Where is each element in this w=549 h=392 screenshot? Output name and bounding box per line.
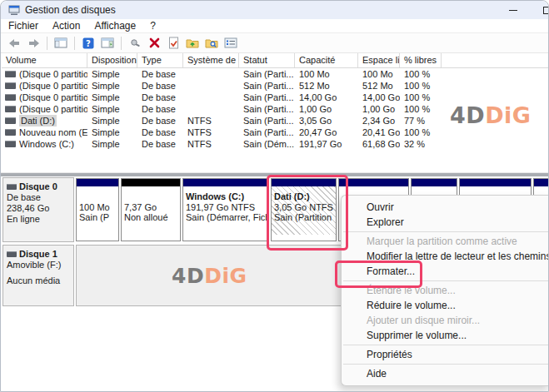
partition-color-bar bbox=[122, 179, 180, 186]
popup-tool-icon[interactable] bbox=[127, 36, 143, 51]
table-row[interactable]: (Disque 0 partition... Simple De base Sa… bbox=[2, 92, 549, 103]
col-disposition[interactable]: Disposition bbox=[87, 53, 137, 67]
menu-item-formater[interactable]: Formater... bbox=[342, 264, 549, 279]
folder-search-icon[interactable] bbox=[203, 36, 220, 51]
delete-icon[interactable] bbox=[146, 36, 162, 51]
cell-libres: 100 % bbox=[400, 92, 442, 103]
menu-item-proprietes[interactable]: Propriétés bbox=[342, 347, 549, 362]
table-row[interactable]: Windows (C:) Simple De base NTFS Sain (D… bbox=[2, 138, 549, 150]
partition-windows-c[interactable]: Windows (C:) 191,97 Go NTFS Sain (Démarr… bbox=[182, 178, 269, 241]
cell-libres: 77 % bbox=[400, 115, 442, 127]
window-title: Gestion des disques bbox=[25, 4, 116, 16]
cell-capacite: 100 Mo bbox=[295, 68, 358, 80]
cell-capacite: 20,47 Go bbox=[295, 127, 358, 138]
menu-item-miroir: Ajouter un disque miroir... bbox=[342, 313, 549, 328]
partition-size: 191,97 Go NTFS bbox=[186, 202, 266, 213]
cell-disposition: Simple bbox=[87, 138, 137, 150]
partition-size: 100 Mo bbox=[79, 202, 116, 213]
cell-libres: 100 % bbox=[400, 80, 442, 92]
action-pane-icon[interactable] bbox=[99, 36, 116, 51]
cell-disposition: Simple bbox=[87, 115, 137, 127]
app-icon bbox=[8, 5, 20, 16]
cell-statut: Sain (Parti... bbox=[239, 127, 295, 138]
properties-icon[interactable] bbox=[222, 36, 239, 51]
partition-status: Sain (Démarrer, Fichier d bbox=[186, 212, 266, 223]
maximize-button[interactable] bbox=[532, 1, 549, 19]
watermark-4ddig: 4DDiG bbox=[172, 264, 247, 288]
partition-color-bar bbox=[272, 179, 336, 186]
disk0-status: En ligne bbox=[7, 214, 71, 225]
menu-fichier[interactable]: Fichier bbox=[8, 20, 46, 32]
cell-disposition: Simple bbox=[87, 127, 137, 138]
partition-status: Sain (P bbox=[79, 212, 116, 223]
table-row[interactable]: Nouveau nom (E:) Simple De base NTFS Sai… bbox=[2, 127, 549, 138]
menu-item-reduire[interactable]: Réduire le volume... bbox=[342, 298, 549, 313]
titlebar: Gestion des disques bbox=[1, 1, 548, 19]
menu-item-ouvrir[interactable]: Ouvrir bbox=[342, 200, 549, 215]
volume-list-header: Volume Disposition Type Système de ... S… bbox=[2, 52, 549, 68]
volume-name: (Disque 0 partition... bbox=[19, 103, 87, 115]
table-row[interactable]: (Disque 0 partition... Simple De base Sa… bbox=[2, 68, 549, 80]
disk0-label: Disque 0 bbox=[19, 181, 57, 192]
cell-fs bbox=[183, 103, 239, 115]
disk0-size: 238,46 Go bbox=[7, 203, 71, 214]
menu-help[interactable]: ? bbox=[150, 20, 163, 32]
col-capacite[interactable]: Capacité bbox=[295, 53, 358, 67]
disk0-header[interactable]: Disque 0 De base 238,46 Go En ligne bbox=[2, 177, 74, 242]
partition-color-bar bbox=[534, 179, 549, 186]
minimize-button[interactable] bbox=[499, 1, 527, 19]
cell-espace: 20,41 Go bbox=[358, 127, 400, 138]
menu-separator bbox=[343, 280, 549, 281]
menu-separator bbox=[343, 364, 549, 365]
menu-action[interactable]: Action bbox=[52, 20, 87, 32]
menu-item-explorer[interactable]: Explorer bbox=[342, 215, 549, 230]
toolbar: ? bbox=[1, 32, 548, 53]
cell-capacite: 1,00 Go bbox=[295, 103, 358, 115]
cell-fs: NTFS bbox=[183, 127, 239, 138]
cell-type: De base bbox=[137, 68, 183, 80]
col-systeme[interactable]: Système de ... bbox=[183, 53, 239, 67]
partition-color-bar bbox=[183, 179, 268, 186]
volume-icon bbox=[5, 129, 16, 136]
partition-unallocated[interactable]: 7,37 Go Non alloué bbox=[121, 178, 181, 241]
menu-item-supprimer[interactable]: Supprimer le volume... bbox=[342, 328, 549, 343]
volume-name: Nouveau nom (E:) bbox=[19, 127, 87, 138]
toolbar-separator bbox=[47, 37, 47, 50]
partition-dati-d[interactable]: Dati (D:) 3,05 Go NTFS Sain (Partition bbox=[271, 178, 337, 241]
partition-system[interactable]: 100 Mo Sain (P bbox=[76, 178, 119, 241]
volume-icon bbox=[5, 117, 16, 124]
folder-up-icon[interactable] bbox=[184, 36, 201, 51]
cell-capacite: 3,05 Go bbox=[295, 115, 358, 127]
partition-status: Sain (Partition bbox=[274, 212, 333, 223]
check-doc-icon[interactable] bbox=[165, 36, 182, 51]
cell-statut: Sain (Parti... bbox=[239, 92, 295, 103]
cell-espace: 14,00 Go bbox=[358, 92, 400, 103]
partition-color-bar bbox=[339, 179, 408, 186]
col-espace[interactable]: Espace li... bbox=[358, 53, 400, 67]
menu-affichage[interactable]: Affichage bbox=[94, 20, 143, 32]
forward-icon[interactable] bbox=[25, 36, 42, 51]
col-type[interactable]: Type bbox=[137, 53, 183, 67]
cell-type: De base bbox=[137, 127, 183, 138]
cell-capacite: 512 Mo bbox=[295, 80, 358, 92]
partition-color-bar bbox=[412, 179, 457, 186]
menu-separator bbox=[343, 345, 549, 345]
help-icon[interactable]: ? bbox=[80, 36, 97, 51]
col-statut[interactable]: Statut bbox=[239, 53, 295, 67]
disk1-header[interactable]: Disque 1 Amovible (F:) Aucun média bbox=[2, 245, 74, 306]
cell-type: De base bbox=[137, 138, 183, 150]
menu-item-modifier-lettre[interactable]: Modifier la lettre de lecteur et les che… bbox=[342, 249, 549, 264]
col-libres[interactable]: % libres bbox=[400, 53, 442, 67]
pane-splitter[interactable] bbox=[1, 172, 548, 176]
cell-espace: 1,00 Go bbox=[358, 103, 400, 115]
col-volume[interactable]: Volume bbox=[2, 53, 87, 67]
menu-item-aide[interactable]: Aide bbox=[342, 366, 549, 381]
cell-espace: 2,34 Go bbox=[358, 115, 400, 127]
console-tree-icon[interactable] bbox=[52, 36, 69, 51]
menu-item-marquer-active: Marquer la partition comme active bbox=[342, 234, 549, 249]
volume-name: (Disque 0 partition... bbox=[19, 80, 87, 92]
back-icon[interactable] bbox=[6, 36, 22, 51]
disk1-type: Amovible (F:) bbox=[7, 260, 71, 270]
disk1-status: Aucun média bbox=[7, 275, 71, 286]
table-row[interactable]: (Disque 0 partition... Simple De base Sa… bbox=[2, 80, 549, 92]
